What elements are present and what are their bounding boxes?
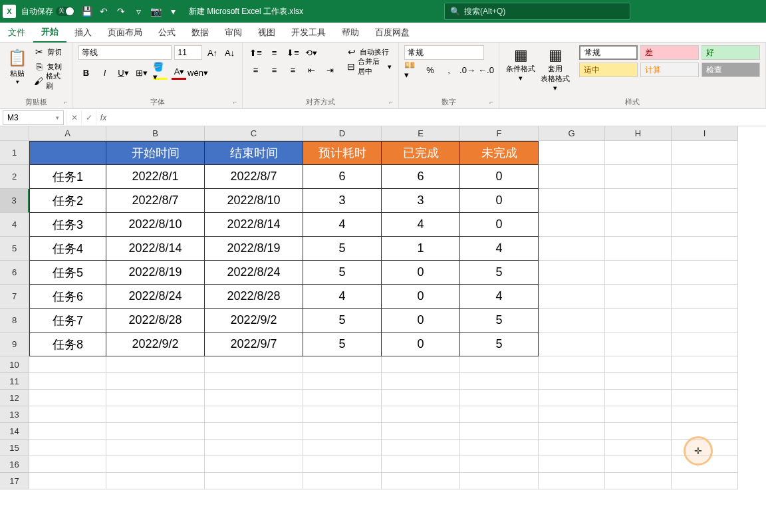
cell-F12[interactable] [460, 390, 539, 406]
cell-E16[interactable] [382, 456, 460, 473]
style-check[interactable]: 检查 [702, 63, 760, 77]
cell-A14[interactable] [29, 423, 106, 440]
cell-C6[interactable]: 2022/8/24 [205, 261, 303, 285]
increase-font-icon[interactable]: A↑ [205, 45, 219, 60]
launcher-icon[interactable]: ⌐ [233, 98, 237, 106]
cell-F1[interactable]: 未完成 [460, 141, 539, 165]
cell-F10[interactable] [460, 356, 539, 373]
cancel-icon[interactable]: ✕ [66, 110, 81, 125]
cell-B1[interactable]: 开始时间 [106, 141, 205, 165]
cell-D17[interactable] [303, 473, 382, 489]
cell-D13[interactable] [303, 406, 382, 423]
cell-I7[interactable] [672, 285, 738, 309]
row-header-13[interactable]: 13 [0, 406, 29, 423]
cell-F3[interactable]: 0 [460, 189, 539, 213]
tab-帮助[interactable]: 帮助 [334, 23, 367, 43]
cell-G4[interactable] [539, 213, 605, 237]
tab-插入[interactable]: 插入 [66, 23, 100, 43]
cell-A11[interactable] [29, 373, 106, 390]
cell-E4[interactable]: 4 [382, 213, 460, 237]
percent-icon[interactable]: % [423, 63, 438, 77]
cell-G1[interactable] [539, 141, 605, 165]
cell-G13[interactable] [539, 406, 605, 423]
cell-I15[interactable] [672, 440, 738, 456]
cell-I6[interactable] [672, 261, 738, 285]
cell-E15[interactable] [382, 440, 460, 456]
col-header-B[interactable]: B [106, 126, 205, 141]
cell-H6[interactable] [605, 261, 672, 285]
cell-B7[interactable]: 2022/8/24 [106, 285, 205, 309]
col-header-C[interactable]: C [205, 126, 303, 141]
cell-B6[interactable]: 2022/8/19 [106, 261, 205, 285]
row-header-16[interactable]: 16 [0, 456, 29, 473]
toggle-switch[interactable]: 关 [56, 7, 74, 16]
cell-B11[interactable] [106, 373, 205, 390]
cell-F14[interactable] [460, 423, 539, 440]
cell-C3[interactable]: 2022/8/10 [205, 189, 303, 213]
cell-D3[interactable]: 3 [303, 189, 382, 213]
launcher-icon[interactable]: ⌐ [489, 98, 493, 106]
tab-文件[interactable]: 文件 [0, 23, 33, 43]
cell-A10[interactable] [29, 356, 106, 373]
cell-I9[interactable] [672, 332, 738, 356]
row-header-7[interactable]: 7 [0, 285, 29, 309]
cell-C1[interactable]: 结束时间 [205, 141, 303, 165]
indent-increase-icon[interactable]: ⇥ [322, 63, 337, 77]
cell-F11[interactable] [460, 373, 539, 390]
confirm-icon[interactable]: ✓ [81, 110, 96, 125]
cell-E12[interactable] [382, 390, 460, 406]
cell-H9[interactable] [605, 332, 672, 356]
row-header-9[interactable]: 9 [0, 332, 29, 356]
fill-color-button[interactable]: 🪣▾ [153, 65, 168, 80]
cell-H3[interactable] [605, 189, 672, 213]
cell-F9[interactable]: 5 [460, 332, 539, 356]
tab-百度网盘[interactable]: 百度网盘 [367, 23, 418, 43]
font-size-select[interactable] [174, 45, 202, 60]
cell-H5[interactable] [605, 237, 672, 261]
qat-more-icon[interactable]: ▾ [168, 6, 178, 17]
cell-A16[interactable] [29, 456, 106, 473]
cell-H12[interactable] [605, 390, 672, 406]
number-format-select[interactable] [404, 45, 484, 60]
cell-A9[interactable]: 任务8 [29, 332, 106, 356]
cell-E9[interactable]: 0 [382, 332, 460, 356]
row-header-2[interactable]: 2 [0, 165, 29, 189]
table-format-button[interactable]: ▦套用 表格格式▾ [539, 45, 571, 94]
cell-H2[interactable] [605, 165, 672, 189]
col-header-A[interactable]: A [29, 126, 106, 141]
name-box[interactable]: M3▾ [3, 110, 64, 125]
cell-F15[interactable] [460, 440, 539, 456]
filter-icon[interactable]: ▿ [133, 6, 144, 17]
cell-G8[interactable] [539, 309, 605, 332]
cell-I3[interactable] [672, 189, 738, 213]
cell-A3[interactable]: 任务2 [29, 189, 106, 213]
cell-C17[interactable] [205, 473, 303, 489]
cell-D8[interactable]: 5 [303, 309, 382, 332]
cell-D5[interactable]: 5 [303, 237, 382, 261]
style-bad[interactable]: 差 [640, 45, 699, 60]
cell-H15[interactable] [605, 440, 672, 456]
comma-icon[interactable]: , [442, 63, 456, 77]
currency-icon[interactable]: 💴▾ [404, 63, 419, 77]
cell-B17[interactable] [106, 473, 205, 489]
cell-D14[interactable] [303, 423, 382, 440]
cell-B15[interactable] [106, 440, 205, 456]
cell-G5[interactable] [539, 237, 605, 261]
cell-I13[interactable] [672, 406, 738, 423]
col-header-I[interactable]: I [672, 126, 738, 141]
cell-B16[interactable] [106, 456, 205, 473]
decrease-decimal-icon[interactable]: ←.0 [479, 63, 493, 77]
cell-B2[interactable]: 2022/8/1 [106, 165, 205, 189]
cell-E6[interactable]: 0 [382, 261, 460, 285]
cell-F4[interactable]: 0 [460, 213, 539, 237]
cell-D2[interactable]: 6 [303, 165, 382, 189]
row-header-10[interactable]: 10 [0, 356, 29, 373]
cell-I12[interactable] [672, 390, 738, 406]
conditional-format-button[interactable]: ▦条件格式▾ [505, 45, 537, 84]
align-center-icon[interactable]: ≡ [267, 63, 281, 77]
cell-A5[interactable]: 任务4 [29, 237, 106, 261]
cell-I5[interactable] [672, 237, 738, 261]
cell-A4[interactable]: 任务3 [29, 213, 106, 237]
row-header-11[interactable]: 11 [0, 373, 29, 390]
row-header-1[interactable]: 1 [0, 141, 29, 165]
